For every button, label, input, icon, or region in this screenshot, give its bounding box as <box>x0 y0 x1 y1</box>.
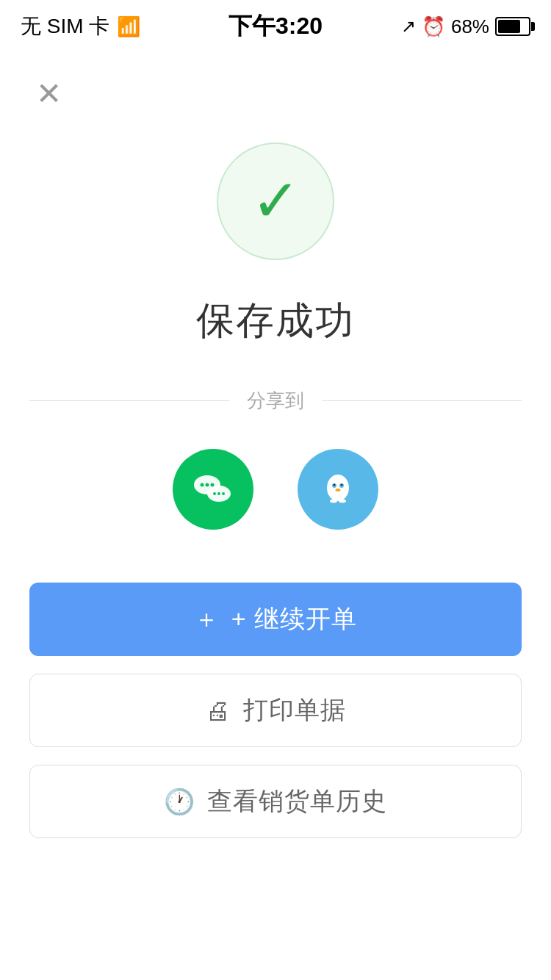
continue-label: + 继续开单 <box>231 602 357 636</box>
svg-point-16 <box>339 500 346 503</box>
print-button[interactable]: 🖨 打印单据 <box>29 674 522 747</box>
plus-icon: ＋ <box>194 602 220 636</box>
wechat-icon <box>190 466 237 513</box>
location-icon: ↗ <box>401 16 416 37</box>
continue-button[interactable]: ＋ + 继续开单 <box>29 583 522 656</box>
close-icon: ✕ <box>36 79 62 109</box>
history-label: 查看销货单历史 <box>207 785 387 818</box>
check-icon: ✓ <box>251 172 300 231</box>
divider-left <box>29 400 229 401</box>
action-buttons: ＋ + 继续开单 🖨 打印单据 🕐 查看销货单历史 <box>29 583 522 838</box>
battery-text: 68% <box>451 15 489 38</box>
svg-point-12 <box>334 484 336 486</box>
share-divider: 分享到 <box>29 388 522 414</box>
sim-text: 无 SIM 卡 <box>21 12 109 40</box>
svg-point-13 <box>341 484 343 486</box>
share-label: 分享到 <box>229 388 322 414</box>
status-time: 下午3:20 <box>228 10 323 43</box>
share-section: 分享到 <box>29 388 522 530</box>
history-button[interactable]: 🕐 查看销货单历史 <box>29 765 522 838</box>
qq-icon <box>316 467 360 511</box>
wechat-share-button[interactable] <box>173 449 253 530</box>
svg-point-4 <box>211 483 215 487</box>
svg-point-5 <box>213 492 216 495</box>
alarm-icon: ⏰ <box>422 15 445 38</box>
history-icon: 🕐 <box>164 787 195 816</box>
share-icons <box>29 449 522 530</box>
print-label: 打印单据 <box>243 693 346 727</box>
svg-point-3 <box>206 483 209 487</box>
svg-point-7 <box>222 492 225 495</box>
qq-share-button[interactable] <box>298 449 378 530</box>
svg-point-2 <box>201 483 204 487</box>
battery-icon <box>495 17 530 36</box>
svg-point-14 <box>336 489 341 491</box>
svg-point-6 <box>217 492 220 495</box>
status-left: 无 SIM 卡 📶 <box>21 12 140 40</box>
svg-point-8 <box>327 475 349 501</box>
wifi-icon: 📶 <box>117 15 140 38</box>
divider-right <box>322 400 522 401</box>
status-bar: 无 SIM 卡 📶 下午3:20 ↗ ⏰ 68% <box>0 0 551 53</box>
main-content: ✓ 保存成功 分享到 <box>0 113 551 980</box>
close-area: ✕ <box>0 53 551 113</box>
success-title: 保存成功 <box>196 295 355 347</box>
status-right: ↗ ⏰ 68% <box>401 15 530 38</box>
success-circle: ✓ <box>217 143 334 260</box>
print-icon: 🖨 <box>206 696 231 725</box>
svg-point-15 <box>330 500 337 503</box>
close-button[interactable]: ✕ <box>29 75 68 113</box>
